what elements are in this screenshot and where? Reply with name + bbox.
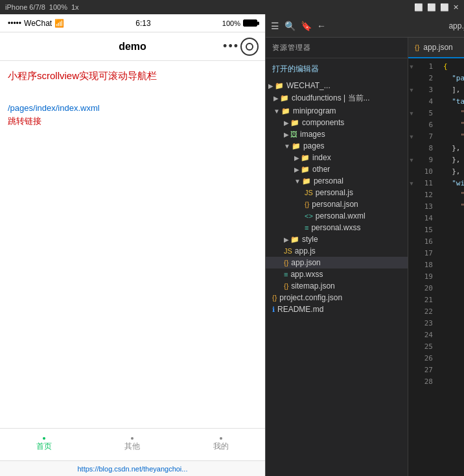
tree-personal-wxml[interactable]: <> personal.wxml bbox=[266, 210, 408, 222]
cloudfunctions-chevron: ▶ bbox=[273, 95, 279, 102]
menu-icon[interactable]: ☰ bbox=[271, 21, 279, 31]
appjs-label: app.js bbox=[295, 246, 316, 256]
code-line-4: ], bbox=[443, 84, 464, 96]
tree-project-root[interactable]: ▶ 📁 WECHAT_... bbox=[266, 80, 408, 91]
wechat-nav-dots[interactable]: ••• bbox=[223, 40, 239, 53]
personalwxss-label: personal.wxss bbox=[311, 223, 360, 232]
os-bar: iPhone 6/7/8 100% 1x ⬜ ⬜ ⬜ ✕ bbox=[0, 0, 464, 14]
bookmark-icon[interactable]: 🔖 bbox=[301, 21, 312, 31]
projectconfig-icon: {} bbox=[272, 294, 277, 302]
editor-tab-label: app.json bbox=[423, 43, 452, 52]
tree-projectconfig[interactable]: {} project.config.json bbox=[266, 292, 408, 303]
code-line-8: "s bbox=[443, 119, 464, 131]
code-body: ▼ ▼ ▼ ▼ ▼ ▼ 1 2 3 4 5 6 7 bbox=[408, 58, 464, 476]
phone-status-bar: ••••• WeChat 📶 6:13 100% bbox=[0, 14, 265, 32]
personalwxml-label: personal.wxml bbox=[316, 211, 365, 220]
personal-chevron: ▼ bbox=[294, 178, 301, 185]
explorer-header: 资源管理器 bbox=[266, 38, 408, 58]
miniprogram-label: miniprogram bbox=[293, 106, 336, 115]
open-editors-title[interactable]: 打开的编辑器 bbox=[266, 61, 408, 77]
pages-index-label: index bbox=[312, 153, 331, 162]
main-layout: ••••• WeChat 📶 6:13 100% demo ••• 小程序scr… bbox=[0, 14, 464, 476]
phone-main-text: 小程序scrollview实现可滚动导航栏 bbox=[8, 69, 257, 84]
tab-mine-dot bbox=[220, 437, 222, 440]
images-label: images bbox=[300, 130, 325, 139]
wechat-scan-button[interactable] bbox=[240, 38, 259, 56]
back-icon[interactable]: ← bbox=[317, 21, 326, 31]
style-icon: 📁 bbox=[290, 235, 299, 244]
ide-content: 资源管理器 打开的编辑器 ▶ 📁 WECHAT_... ▶ 📁 cloudfun… bbox=[266, 38, 464, 476]
tab-mine[interactable]: 我的 bbox=[177, 437, 265, 452]
components-label: components bbox=[302, 118, 344, 127]
code-line-2: "pa bbox=[443, 73, 464, 84]
code-content[interactable]: { "pa ], "tab "c "s "p bbox=[438, 58, 464, 476]
style-label: style bbox=[302, 235, 318, 244]
tree-appwxss[interactable]: ≡ app.wxss bbox=[266, 268, 408, 280]
tree-appjs[interactable]: JS app.js bbox=[266, 245, 408, 257]
tree-cloudfunctions[interactable]: ▶ 📁 cloudfunctions | 当前... bbox=[266, 91, 408, 105]
tab-mine-label: 我的 bbox=[213, 441, 229, 452]
editor-tab[interactable]: {} app.json bbox=[408, 38, 464, 58]
readme-icon: ℹ bbox=[272, 305, 275, 314]
appjs-icon: JS bbox=[284, 247, 292, 255]
os-icon-2[interactable]: ⬜ bbox=[427, 3, 436, 12]
active-file-title: app.json bbox=[448, 21, 464, 30]
pages-chevron: ▼ bbox=[284, 143, 290, 150]
pages-other-chevron: ▶ bbox=[294, 166, 299, 173]
tree-miniprogram[interactable]: ▼ 📁 miniprogram bbox=[266, 105, 408, 117]
personal-icon: 📁 bbox=[302, 177, 311, 185]
search-icon[interactable]: 🔍 bbox=[284, 21, 296, 31]
signal-dots: ••••• bbox=[8, 19, 21, 28]
root-folder-icon: 📁 bbox=[275, 82, 284, 90]
tab-other[interactable]: 其他 bbox=[88, 437, 176, 452]
tree-images[interactable]: ▶ 🖼 images bbox=[266, 128, 408, 140]
root-chevron: ▶ bbox=[268, 82, 273, 89]
tab-other-dot bbox=[131, 437, 133, 440]
code-line-23: "win bbox=[443, 178, 464, 189]
tree-pages-index[interactable]: ▶ 📁 index bbox=[266, 152, 408, 163]
pages-icon: 📁 bbox=[292, 142, 301, 150]
phone-link[interactable]: 跳转链接 bbox=[8, 115, 257, 127]
sitemap-icon: {} bbox=[284, 282, 288, 290]
collapse-arrow-5: ▼ bbox=[409, 154, 415, 166]
phone-time: 6:13 bbox=[135, 19, 150, 28]
personaljson-icon: {} bbox=[305, 200, 309, 208]
phone-content-area: 小程序scrollview实现可滚动导航栏 /pages/index/index… bbox=[0, 61, 265, 428]
phone-path[interactable]: /pages/index/index.wxml bbox=[8, 103, 257, 113]
tree-sitemap[interactable]: {} sitemap.json bbox=[266, 280, 408, 292]
os-icon-3[interactable]: ⬜ bbox=[440, 3, 449, 12]
os-bar-right: ⬜ ⬜ ⬜ ✕ bbox=[414, 3, 459, 12]
tab-home-dot bbox=[43, 437, 45, 440]
personaljs-icon: JS bbox=[305, 189, 313, 196]
tree-personal[interactable]: ▼ 📁 personal bbox=[266, 175, 408, 187]
tree-style[interactable]: ▶ 📁 style bbox=[266, 233, 408, 245]
open-editors-section: 打开的编辑器 bbox=[266, 58, 408, 80]
os-icon-1[interactable]: ⬜ bbox=[414, 3, 423, 12]
tree-appjson[interactable]: {} app.json bbox=[266, 257, 408, 268]
collapse-arrow-1: ▼ bbox=[409, 61, 415, 73]
tree-readme[interactable]: ℹ README.md bbox=[266, 303, 408, 315]
pages-other-icon: 📁 bbox=[301, 165, 310, 174]
os-bar-left: iPhone 6/7/8 100% 1x bbox=[5, 3, 79, 11]
phone-status-left: ••••• WeChat 📶 bbox=[8, 19, 64, 28]
tree-components[interactable]: ▶ 📁 components bbox=[266, 117, 408, 128]
phone-panel: ••••• WeChat 📶 6:13 100% demo ••• 小程序scr… bbox=[0, 14, 266, 476]
code-line-21: }, bbox=[443, 166, 464, 178]
miniprogram-chevron: ▼ bbox=[273, 108, 280, 115]
phone-tabbar: 首页 其他 我的 bbox=[0, 428, 265, 460]
tab-home[interactable]: 首页 bbox=[0, 437, 88, 452]
phone-status-right: 100% bbox=[222, 19, 257, 27]
ide-toolbar: ☰ 🔍 🔖 ← app.json bbox=[266, 14, 464, 38]
tree-personal-wxss[interactable]: ≡ personal.wxss bbox=[266, 222, 408, 233]
battery-pct: 100% bbox=[222, 19, 240, 27]
os-icon-close[interactable]: ✕ bbox=[453, 3, 459, 12]
tree-pages-other[interactable]: ▶ 📁 other bbox=[266, 163, 408, 175]
cloudfunctions-icon: 📁 bbox=[280, 94, 289, 102]
tree-personal-js[interactable]: JS personal.js bbox=[266, 187, 408, 198]
tree-personal-json[interactable]: {} personal.json bbox=[266, 198, 408, 210]
carrier-label: WeChat bbox=[24, 19, 52, 28]
editor-tab-icon: {} bbox=[415, 43, 419, 51]
personal-label: personal bbox=[314, 176, 343, 185]
code-line-17: }, bbox=[443, 154, 464, 166]
tree-pages[interactable]: ▼ 📁 pages bbox=[266, 140, 408, 152]
